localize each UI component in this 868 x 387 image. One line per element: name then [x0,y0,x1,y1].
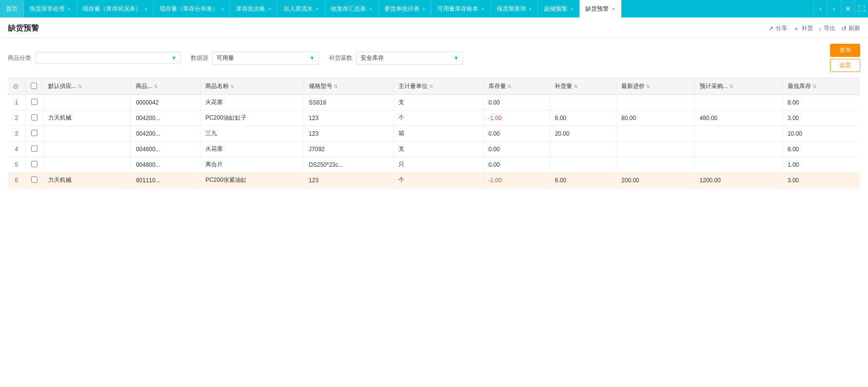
row-price-4 [616,157,695,173]
row-name-3: 火花塞 [200,141,304,157]
row-name-5: PC200张紧油缸 [200,173,304,188]
tab-inout-flow[interactable]: 出入库流水 × [278,0,325,18]
datasource-select[interactable]: 可用量 ▼ [212,52,319,65]
col-min-stock[interactable]: 最低库存 ⇅ [782,78,860,95]
row-num-4: 5 [8,157,25,173]
row-checkbox-cell-4 [25,157,43,173]
tab-nav-expand[interactable]: ⛶ [854,0,868,18]
col-est-purchase[interactable]: 预计采购... ⇅ [694,78,782,95]
row-checkbox-cell-1 [25,110,43,126]
sort-icon-minstock: ⇅ [813,84,816,89]
tab-close-receipt-summary[interactable]: × [369,6,372,12]
tab-close-stock-status[interactable]: × [144,6,147,12]
tab-close-overstock[interactable]: × [570,6,573,12]
tab-overstock[interactable]: 超储预警 × [538,0,579,18]
replenish-base-value: 安全库存 [361,54,384,62]
category-select[interactable]: ▼ [35,52,181,64]
tab-close-shortage[interactable]: × [612,6,615,12]
tab-stock-dist[interactable]: 现存量（库存分布表） × [154,0,230,18]
tab-order-stats[interactable]: 要货单统计表 × [379,0,432,18]
select-all-checkbox[interactable] [31,83,37,89]
tab-bar: 首页 拣货异常处理 × 现存量（库存状况表） × 现存量（库存分布表） × 库存… [0,0,868,18]
col-default-supplier[interactable]: 默认供应... ⇅ [43,78,131,95]
row-num-0: 1 [8,95,25,110]
tab-close-expiry-query[interactable]: × [529,6,532,12]
col-spec[interactable]: 规格型号 ⇅ [304,78,393,95]
row-supplier-5: 力天机械 [43,173,131,188]
row-num-2: 3 [8,126,25,141]
row-checkbox-0[interactable] [31,99,37,105]
row-stock-2: 0.00 [483,126,550,141]
col-stock[interactable]: 库存量 ⇅ [483,78,550,95]
row-num-5: 6 [8,173,25,188]
row-minstock-2: 10.00 [782,126,860,141]
export-icon: ↓ [819,25,822,32]
tab-available-ledger[interactable]: 可用量库存账本 × [432,0,490,18]
row-supplier-3 [43,141,131,157]
tab-shortage[interactable]: 缺货预警 × [579,0,621,18]
tab-batch-account[interactable]: 库存批次账 × [230,0,277,18]
col-replenish-qty[interactable]: 补货量 ⇅ [550,78,616,95]
tab-nav-next[interactable]: › [827,0,841,18]
row-minstock-0: 8.00 [782,95,860,110]
tab-stock-status[interactable]: 现存量（库存状况表） × [77,0,153,18]
row-code-3: 004600... [131,141,200,157]
tab-nav-close[interactable]: ✕ [841,0,854,18]
tab-close-batch-account[interactable]: × [268,6,271,12]
tab-close-available-ledger[interactable]: × [481,6,484,12]
row-price-5: 200.00 [616,173,695,188]
query-button[interactable]: 查询 [830,44,860,57]
refresh-button[interactable]: ↺ 刷新 [841,24,860,33]
page-title: 缺货预警 [8,23,39,34]
row-unit-5: 个 [393,173,483,188]
row-spec-0: SS816 [304,95,393,110]
row-checkbox-3[interactable] [31,145,37,152]
sort-icon-spec: ⇅ [334,84,338,89]
replenish-base-select[interactable]: 安全库存 ▼ [356,52,463,65]
row-unit-0: 支 [393,95,483,110]
row-code-0: 0000042 [131,95,200,110]
col-unit[interactable]: 主计量单位 ⇅ [393,78,483,95]
row-checkbox-1[interactable] [31,114,37,121]
tab-expiry-query[interactable]: 保质期查询 × [491,0,538,18]
row-code-1: 004200... [131,110,200,126]
replenish-button[interactable]: ＋ 补货 [793,24,813,33]
row-price-2 [616,126,695,141]
row-spec-1: 123 [304,110,393,126]
filter-row: 商品分类 ▼ 数据源 可用量 ▼ 补货基数 安全库存 ▼ 查询 设置 [0,38,868,78]
tab-close-inout-flow[interactable]: × [316,6,319,12]
settings-gear-icon[interactable]: ⚙ [13,83,19,90]
replenish-base-label: 补货基数 [329,54,352,62]
tab-close-order-stats[interactable]: × [422,6,425,12]
sort-icon-price: ⇅ [646,84,650,89]
sort-icon-est: ⇅ [729,84,733,89]
tab-nav-prev[interactable]: ‹ [814,0,827,18]
row-checkbox-4[interactable] [31,161,37,167]
row-replenish-1: 6.00 [550,110,616,126]
datasource-arrow-icon: ▼ [309,55,315,61]
col-settings: ⚙ [8,78,25,95]
export-button[interactable]: ↓ 导出 [819,24,836,33]
datasource-label: 数据源 [191,54,208,62]
row-supplier-2 [43,126,131,141]
tab-close-stock-dist[interactable]: × [221,6,224,12]
row-checkbox-5[interactable] [31,176,37,183]
tab-abnormal[interactable]: 拣货异常处理 × [24,0,77,18]
col-product-name[interactable]: 商品名称 ⇅ [200,78,304,95]
row-minstock-3: 8.00 [782,141,860,157]
col-product-code[interactable]: 商品... ⇅ [131,78,200,95]
tab-receipt-summary[interactable]: 收发存汇总表 × [325,0,378,18]
table-body: 1 0000042 火花塞 SS816 支 0.00 8.00 2 力天机械 0… [8,95,860,188]
col-latest-price[interactable]: 最新进价 ⇅ [616,78,695,95]
row-replenish-0 [550,95,616,110]
row-name-1: PC200油缸缸子 [200,110,304,126]
tab-home[interactable]: 首页 [0,0,24,18]
share-button[interactable]: ↗ 分享 [768,24,787,33]
row-checkbox-2[interactable] [31,130,37,136]
tab-close-abnormal[interactable]: × [68,6,71,12]
category-label: 商品分类 [8,54,31,62]
settings-button[interactable]: 设置 [830,59,860,72]
row-minstock-4: 1.00 [782,157,860,173]
row-code-4: 004800... [131,157,200,173]
sort-icon-code: ⇅ [154,84,158,89]
